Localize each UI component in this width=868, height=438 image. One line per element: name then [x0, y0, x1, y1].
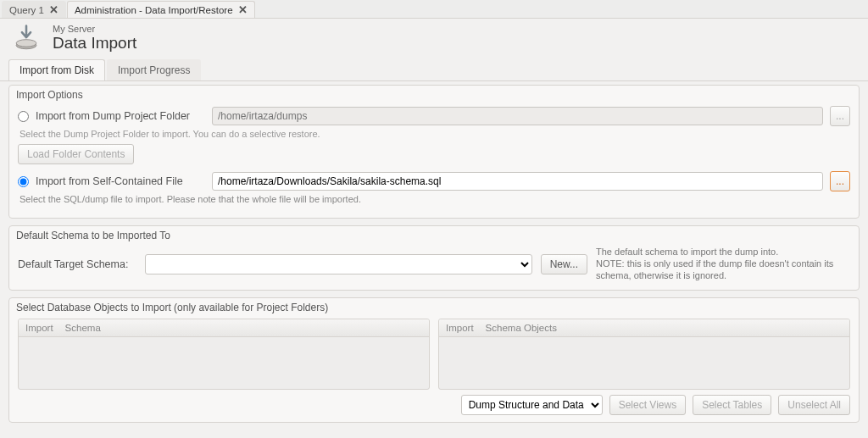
dump-mode-select[interactable]: Dump Structure and Data: [461, 395, 603, 415]
default-schema-note: The default schema to import the dump in…: [596, 247, 850, 281]
unselect-all-button: Unselect All: [778, 395, 850, 415]
dump-folder-hint: Select the Dump Project Folder to import…: [19, 129, 850, 139]
col-schema: Schema: [65, 323, 101, 333]
new-schema-button[interactable]: New...: [541, 254, 587, 274]
load-folder-contents-button: Load Folder Contents: [18, 144, 134, 164]
group-legend: Import Options: [16, 89, 850, 101]
self-contained-path-input[interactable]: [212, 172, 823, 191]
self-contained-label: Import from Self-Contained File: [36, 175, 205, 187]
dump-folder-path-input: [212, 107, 823, 125]
col-schema-objects: Schema Objects: [486, 323, 557, 333]
database-import-icon: [12, 24, 41, 53]
select-views-button: Select Views: [609, 395, 686, 415]
schema-objects-list: Import Schema Objects: [438, 319, 850, 390]
import-options-group: Import Options Import from Dump Project …: [8, 85, 860, 219]
import-subtabs: Import from Disk Import Progress: [0, 59, 868, 81]
server-name: My Server: [53, 24, 136, 34]
default-schema-group: Default Schema to be Imported To Default…: [8, 225, 860, 291]
page-title: Data Import: [53, 34, 136, 53]
group-legend: Select Database Objects to Import (only …: [16, 302, 850, 313]
svg-point-1: [16, 40, 36, 47]
default-schema-select[interactable]: [145, 254, 532, 274]
default-schema-label: Default Target Schema:: [18, 258, 136, 270]
col-import: Import: [25, 323, 53, 333]
group-legend: Default Schema to be Imported To: [16, 230, 850, 241]
select-objects-group: Select Database Objects to Import (only …: [8, 297, 860, 423]
self-contained-hint: Select the SQL/dump file to import. Plea…: [19, 194, 850, 204]
tab-query-1[interactable]: Query 1 ✕: [2, 1, 66, 18]
dump-folder-label: Import from Dump Project Folder: [36, 110, 205, 122]
radio-self-contained-file[interactable]: [18, 176, 29, 187]
tab-label: Query 1: [9, 5, 44, 15]
select-tables-button: Select Tables: [693, 395, 771, 415]
tab-label: Administration - Data Import/Restore: [75, 5, 233, 15]
tab-admin-data-import[interactable]: Administration - Data Import/Restore ✕: [67, 1, 255, 18]
close-icon[interactable]: ✕: [238, 4, 248, 15]
page-header: My Server Data Import: [0, 19, 868, 59]
tab-import-progress[interactable]: Import Progress: [107, 59, 201, 80]
browse-self-contained-button[interactable]: ...: [830, 171, 850, 191]
close-icon[interactable]: ✕: [49, 4, 58, 15]
schema-list: Import Schema: [18, 319, 430, 390]
footer-bar: Press [Start Import] to start... Start I…: [0, 435, 868, 438]
browse-dump-folder-button: ...: [830, 106, 850, 126]
document-tabs: Query 1 ✕ Administration - Data Import/R…: [0, 0, 868, 19]
tab-import-from-disk[interactable]: Import from Disk: [8, 59, 105, 80]
col-import: Import: [446, 323, 474, 333]
radio-dump-folder[interactable]: [18, 111, 29, 122]
